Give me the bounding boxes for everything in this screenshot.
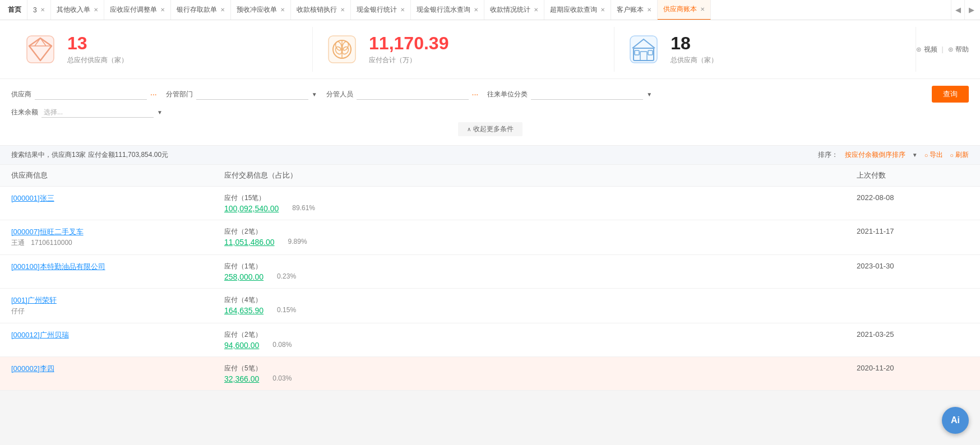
filter-dept-label: 分管部门 bbox=[166, 90, 193, 99]
supplier-link-3[interactable]: [001]广州荣轩 bbox=[11, 295, 224, 305]
last-pay-date-2: 2023-01-30 bbox=[857, 262, 894, 270]
nav-arrows: ◀ ▶ bbox=[951, 0, 978, 20]
nav-tab-customer-ledger-close[interactable]: ✕ bbox=[647, 7, 651, 13]
table-row: [000007]恒旺二手叉车 王通 17106110000 应付（2笔） 11,… bbox=[0, 220, 980, 255]
nav-tab-supplier-ledger-close[interactable]: ✕ bbox=[700, 6, 705, 12]
trans-row-0: 100,092,540.00 89.61% bbox=[224, 203, 857, 213]
person-ellipsis-icon[interactable]: ··· bbox=[472, 90, 479, 99]
collapse-conditions-button[interactable]: ∧ 收起更多条件 bbox=[458, 122, 523, 136]
video-link[interactable]: ⊙ 视频 bbox=[916, 45, 937, 54]
nav-tab-supplier-ledger[interactable]: 供应商账本 ✕ bbox=[658, 0, 711, 20]
nav-tab-other-income[interactable]: 其他收入单 ✕ bbox=[51, 0, 104, 20]
nav-tab-receipt-stat[interactable]: 收款情况统计 ✕ bbox=[484, 0, 544, 20]
export-button[interactable]: ○ 导出 bbox=[924, 150, 944, 160]
stats-bar: 13 总应付供应商（家） 11,170.39 应付合计（万） bbox=[0, 20, 980, 79]
nav-tab-bank-deposit[interactable]: 银行存取款单 ✕ bbox=[171, 0, 231, 20]
refresh-button[interactable]: ○ 刷新 bbox=[950, 150, 969, 160]
collapse-label: 收起更多条件 bbox=[473, 124, 514, 134]
person-input[interactable] bbox=[357, 89, 469, 100]
diamond-icon bbox=[22, 31, 58, 67]
nav-next-arrow[interactable]: ▶ bbox=[964, 0, 978, 20]
supplier-cell-5: [000002]李四 bbox=[11, 364, 224, 374]
nav-tab-other-income-label: 其他收入单 bbox=[57, 5, 90, 15]
supplier-link-0[interactable]: [000001]张三 bbox=[11, 193, 224, 203]
trans-label-3: 应付（4笔） bbox=[224, 295, 857, 305]
filter-dept: 分管部门 ▼ bbox=[166, 89, 317, 100]
trans-percent-3: 0.15% bbox=[277, 306, 296, 314]
nav-tab-ar-adjust-close[interactable]: ✕ bbox=[160, 7, 165, 13]
trans-amount-4[interactable]: 94,600.00 bbox=[224, 341, 259, 350]
results-right-actions: 排序： 按应付余额倒序排序 ▼ ○ 导出 ○ 刷新 bbox=[818, 150, 969, 160]
top-navigation: 首页 3 ✕ 其他收入单 ✕ 应收应付调整单 ✕ 银行存取款单 ✕ 预收冲应收单… bbox=[0, 0, 980, 20]
stat-payable-suppliers-number: 13 bbox=[67, 34, 128, 53]
filter-person: 分管人员 ··· bbox=[326, 89, 479, 100]
results-summary: 搜索结果中，供应商13家 应付金额111,703,854.00元 bbox=[11, 150, 168, 160]
nav-tab-ar-adjust-label: 应收应付调整单 bbox=[110, 5, 157, 15]
nav-tab-receipt-verify-close[interactable]: ✕ bbox=[340, 7, 345, 13]
nav-tab-cash-stat-label: 现金银行统计 bbox=[357, 5, 397, 15]
supplier-input[interactable] bbox=[35, 89, 147, 100]
transaction-content-1: 应付（2笔） 11,051,486.00 9.89% bbox=[224, 227, 857, 247]
dept-chevron-icon[interactable]: ▼ bbox=[312, 91, 317, 98]
query-button[interactable]: 查询 bbox=[932, 86, 969, 103]
sort-label: 排序： bbox=[818, 150, 838, 160]
nav-tab-receipt-verify[interactable]: 收款核销执行 ✕ bbox=[291, 0, 351, 20]
category-chevron-icon[interactable]: ▼ bbox=[646, 91, 652, 98]
dept-select[interactable] bbox=[196, 89, 308, 100]
supplier-cell-1: [000007]恒旺二手叉车 王通 17106110000 bbox=[11, 227, 224, 248]
transaction-cell-0: 应付（15笔） 100,092,540.00 89.61% bbox=[224, 193, 857, 213]
supplier-link-2[interactable]: [000100]本特勤油品有限公司 bbox=[11, 262, 224, 272]
table-row: [000002]李四 应付（5笔） 32,366.00 0.03% 2020-1… bbox=[0, 357, 980, 391]
nav-tab-home-label: 首页 bbox=[8, 5, 21, 15]
transaction-cell-4: 应付（2笔） 94,600.00 0.08% bbox=[224, 330, 857, 350]
trans-amount-3[interactable]: 164,635.90 bbox=[224, 306, 264, 315]
nav-tab-cash-flow-label: 现金银行流水查询 bbox=[417, 5, 470, 15]
nav-tab-receipt-stat-close[interactable]: ✕ bbox=[534, 7, 538, 13]
sort-select[interactable]: 按应付余额倒序排序 bbox=[845, 150, 905, 160]
nav-prev-arrow[interactable]: ◀ bbox=[951, 0, 964, 20]
filter-balance-label: 往来余额 bbox=[11, 108, 38, 117]
balance-chevron-icon[interactable]: ▼ bbox=[157, 109, 163, 115]
col-header-supplier: 供应商信息 bbox=[11, 170, 224, 180]
supplier-phone-1: 17106110000 bbox=[31, 239, 72, 247]
nav-tab-3[interactable]: 3 ✕ bbox=[27, 0, 51, 20]
nav-tab-ar-adjust[interactable]: 应收应付调整单 ✕ bbox=[104, 0, 171, 20]
nav-tab-customer-ledger[interactable]: 客户账本 ✕ bbox=[611, 0, 658, 20]
nav-tab-overdue-ar-close[interactable]: ✕ bbox=[600, 7, 605, 13]
supplier-contact-name-3: 仔仔 bbox=[11, 307, 25, 315]
nav-tab-bank-deposit-close[interactable]: ✕ bbox=[220, 7, 225, 13]
nav-tab-home[interactable]: 首页 bbox=[2, 0, 27, 20]
stat-payable-total-label: 应付合计（万） bbox=[369, 55, 449, 65]
trans-amount-1[interactable]: 11,051,486.00 bbox=[224, 238, 275, 247]
top-right-links: ⊙ 视频 | ⊙ 帮助 bbox=[916, 45, 969, 54]
supplier-link-4[interactable]: [000012]广州贝瑞 bbox=[11, 330, 224, 340]
supplier-link-1[interactable]: [000007]恒旺二手叉车 bbox=[11, 227, 224, 237]
nav-tab-advance-ar[interactable]: 预收冲应收单 ✕ bbox=[231, 0, 291, 20]
table-header: 供应商信息 应付交易信息（占比） 上次付数 bbox=[0, 165, 980, 187]
sort-chevron-icon[interactable]: ▼ bbox=[912, 152, 918, 158]
trans-row-4: 94,600.00 0.08% bbox=[224, 340, 857, 350]
refresh-label: 刷新 bbox=[955, 150, 969, 160]
nav-tab-3-close[interactable]: ✕ bbox=[40, 7, 45, 13]
nav-tab-other-income-close[interactable]: ✕ bbox=[94, 7, 98, 13]
help-link[interactable]: ⊙ 帮助 bbox=[948, 45, 969, 54]
nav-tab-cash-flow[interactable]: 现金银行流水查询 ✕ bbox=[411, 0, 484, 20]
supplier-ellipsis-icon[interactable]: ··· bbox=[150, 90, 157, 99]
trans-amount-2[interactable]: 258,000.00 bbox=[224, 272, 264, 281]
nav-tab-supplier-ledger-label: 供应商账本 bbox=[663, 4, 697, 14]
trans-amount-5[interactable]: 32,366.00 bbox=[224, 374, 259, 383]
trans-amount-0[interactable]: 100,092,540.00 bbox=[224, 204, 279, 213]
filter-supplier-label: 供应商 bbox=[11, 90, 31, 99]
nav-tab-cash-stat[interactable]: 现金银行统计 ✕ bbox=[351, 0, 411, 20]
stat-card-payable-suppliers: 13 总应付供应商（家） bbox=[11, 27, 313, 72]
transaction-cell-3: 应付（4笔） 164,635.90 0.15% bbox=[224, 295, 857, 315]
nav-tab-advance-ar-close[interactable]: ✕ bbox=[280, 7, 285, 13]
nav-tab-customer-ledger-label: 客户账本 bbox=[617, 5, 644, 15]
category-select[interactable] bbox=[531, 89, 643, 100]
nav-tab-cash-flow-close[interactable]: ✕ bbox=[474, 7, 478, 13]
supplier-link-5[interactable]: [000002]李四 bbox=[11, 364, 224, 374]
balance-select[interactable]: 选择... bbox=[41, 107, 154, 118]
table-row: [000100]本特勤油品有限公司 应付（1笔） 258,000.00 0.23… bbox=[0, 255, 980, 289]
nav-tab-cash-stat-close[interactable]: ✕ bbox=[400, 7, 405, 13]
nav-tab-overdue-ar[interactable]: 超期应收款查询 ✕ bbox=[544, 0, 611, 20]
